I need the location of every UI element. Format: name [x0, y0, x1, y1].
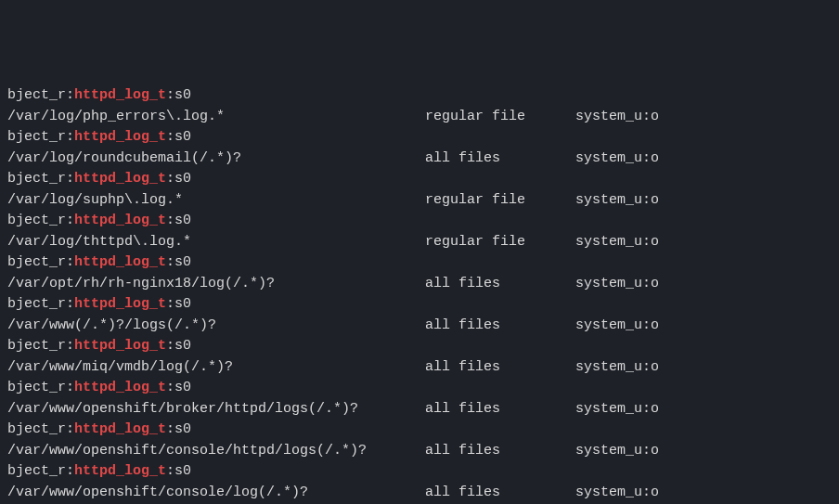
fcontext-context: system_u:o [575, 109, 659, 124]
terminal-line: bject_r:httpd_log_t:s0 [7, 294, 832, 316]
terminal-line: bject_r:httpd_log_t:s0 [7, 85, 832, 107]
context-prefix: bject_r: [7, 463, 74, 479]
fcontext-path: /var/www/openshift/console/httpd/logs(/.… [7, 443, 425, 459]
context-prefix: bject_r: [7, 254, 74, 270]
fcontext-type: regular file [425, 109, 575, 124]
context-prefix: bject_r: [7, 421, 74, 437]
selinux-type-highlight: httpd_log_t [74, 338, 166, 354]
fcontext-context: system_u:o [575, 485, 659, 500]
fcontext-context: system_u:o [575, 401, 659, 417]
fcontext-context: system_u:o [575, 443, 659, 459]
fcontext-type: all files [425, 317, 575, 333]
terminal-line: bject_r:httpd_log_t:s0 [7, 211, 832, 232]
fcontext-path: /var/log/thttpd\.log.* [7, 234, 425, 250]
context-prefix: bject_r: [7, 87, 74, 103]
context-prefix: bject_r: [7, 380, 74, 395]
context-suffix: :s0 [166, 254, 191, 270]
fcontext-path: /var/www(/.*)?/logs(/.*)? [7, 317, 425, 333]
context-suffix: :s0 [166, 87, 191, 103]
context-suffix: :s0 [166, 380, 191, 395]
fcontext-path: /var/www/miq/vmdb/log(/.*)? [7, 359, 425, 375]
terminal-line: /var/www/openshift/console/log(/.*)? all… [7, 483, 832, 504]
selinux-type-highlight: httpd_log_t [74, 254, 166, 270]
context-prefix: bject_r: [7, 296, 74, 312]
fcontext-type: all files [425, 150, 575, 166]
terminal-output: bject_r:httpd_log_t:s0/var/log/php_error… [7, 85, 832, 504]
fcontext-type: regular file [425, 192, 575, 208]
terminal-line: /var/log/thttpd\.log.* regular file syst… [7, 232, 832, 253]
fcontext-context: system_u:o [575, 234, 659, 250]
fcontext-type: regular file [425, 234, 575, 250]
selinux-type-highlight: httpd_log_t [74, 296, 166, 312]
context-suffix: :s0 [166, 171, 191, 187]
fcontext-context: system_u:o [575, 359, 659, 375]
context-prefix: bject_r: [7, 213, 74, 228]
selinux-type-highlight: httpd_log_t [74, 213, 166, 228]
terminal-line: bject_r:httpd_log_t:s0 [7, 378, 832, 399]
terminal-line: /var/log/php_errors\.log.* regular file … [7, 107, 832, 128]
fcontext-path: /var/opt/rh/rh-nginx18/log(/.*)? [7, 276, 425, 291]
terminal-line: /var/log/suphp\.log.* regular file syste… [7, 190, 832, 212]
fcontext-context: system_u:o [575, 276, 659, 291]
context-suffix: :s0 [166, 129, 191, 145]
context-suffix: :s0 [166, 463, 191, 479]
context-suffix: :s0 [166, 296, 191, 312]
fcontext-type: all files [425, 485, 575, 500]
fcontext-context: system_u:o [575, 150, 659, 166]
fcontext-path: /var/www/openshift/broker/httpd/logs(/.*… [7, 401, 425, 417]
fcontext-type: all files [425, 276, 575, 291]
terminal-line: bject_r:httpd_log_t:s0 [7, 461, 832, 483]
selinux-type-highlight: httpd_log_t [74, 171, 166, 187]
fcontext-path: /var/log/php_errors\.log.* [7, 109, 425, 124]
terminal-line: /var/www(/.*)?/logs(/.*)? all files syst… [7, 316, 832, 337]
selinux-type-highlight: httpd_log_t [74, 421, 166, 437]
selinux-type-highlight: httpd_log_t [74, 380, 166, 395]
context-suffix: :s0 [166, 421, 191, 437]
selinux-type-highlight: httpd_log_t [74, 129, 166, 145]
terminal-line: /var/www/miq/vmdb/log(/.*)? all files sy… [7, 357, 832, 379]
terminal-line: bject_r:httpd_log_t:s0 [7, 127, 832, 149]
fcontext-path: /var/www/openshift/console/log(/.*)? [7, 485, 425, 500]
terminal-line: /var/log/roundcubemail(/.*)? all files s… [7, 149, 832, 170]
fcontext-type: all files [425, 359, 575, 375]
context-prefix: bject_r: [7, 338, 74, 354]
terminal-line: bject_r:httpd_log_t:s0 [7, 336, 832, 357]
terminal-line: bject_r:httpd_log_t:s0 [7, 169, 832, 190]
terminal-line: bject_r:httpd_log_t:s0 [7, 420, 832, 441]
context-suffix: :s0 [166, 213, 191, 228]
terminal-line: /var/opt/rh/rh-nginx18/log(/.*)? all fil… [7, 274, 832, 295]
context-suffix: :s0 [166, 338, 191, 354]
fcontext-path: /var/log/suphp\.log.* [7, 192, 425, 208]
fcontext-context: system_u:o [575, 192, 659, 208]
fcontext-path: /var/log/roundcubemail(/.*)? [7, 150, 425, 166]
selinux-type-highlight: httpd_log_t [74, 463, 166, 479]
fcontext-type: all files [425, 443, 575, 459]
selinux-type-highlight: httpd_log_t [74, 87, 166, 103]
fcontext-type: all files [425, 401, 575, 417]
terminal-line: /var/www/openshift/broker/httpd/logs(/.*… [7, 399, 832, 420]
context-prefix: bject_r: [7, 129, 74, 145]
terminal-line: bject_r:httpd_log_t:s0 [7, 252, 832, 274]
fcontext-context: system_u:o [575, 317, 659, 333]
terminal-line: /var/www/openshift/console/httpd/logs(/.… [7, 441, 832, 462]
context-prefix: bject_r: [7, 171, 74, 187]
